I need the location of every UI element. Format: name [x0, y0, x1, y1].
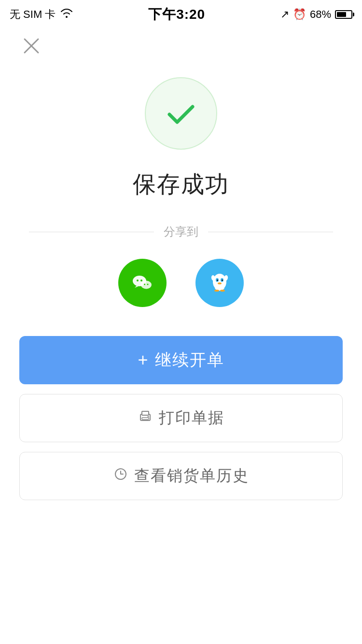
- svg-point-12: [217, 280, 218, 281]
- history-label: 查看销货单历史: [134, 465, 249, 487]
- history-button[interactable]: 查看销货单历史: [19, 452, 343, 500]
- share-icons-row: [118, 259, 244, 307]
- wechat-icon: [128, 268, 157, 297]
- print-icon: [138, 408, 153, 428]
- qq-share-button[interactable]: [195, 259, 244, 307]
- divider-line-right: [208, 232, 333, 232]
- svg-point-23: [148, 416, 149, 418]
- share-divider: 分享到: [0, 224, 362, 239]
- share-label: 分享到: [154, 224, 208, 239]
- print-button[interactable]: 打印单据: [19, 394, 343, 442]
- plus-icon: +: [138, 350, 149, 370]
- status-right: ↗ ⏰ 68%: [280, 8, 352, 21]
- status-bar: 无 SIM 卡 下午3:20 ↗ ⏰ 68%: [0, 0, 362, 29]
- action-buttons: + 继续开单 打印单据 查看销货单历史: [0, 336, 362, 500]
- svg-point-17: [220, 290, 225, 292]
- svg-rect-21: [142, 411, 149, 415]
- wechat-share-button[interactable]: [118, 259, 167, 307]
- svg-point-14: [218, 282, 222, 284]
- no-sim-text: 无 SIM 卡: [10, 7, 56, 22]
- main-content: 保存成功 分享到: [0, 29, 362, 500]
- success-title: 保存成功: [133, 169, 229, 200]
- print-label: 打印单据: [159, 407, 224, 429]
- divider-line-left: [29, 232, 154, 232]
- status-left: 无 SIM 卡: [10, 7, 73, 22]
- svg-point-5: [140, 280, 142, 281]
- success-icon-circle: [145, 77, 217, 150]
- wifi-icon: [60, 8, 73, 21]
- svg-point-13: [222, 280, 223, 281]
- battery-text: 68%: [310, 8, 331, 21]
- alarm-icon: ⏰: [293, 8, 306, 21]
- checkmark-icon: [162, 94, 200, 133]
- continue-label: 继续开单: [155, 349, 224, 371]
- history-icon: [113, 466, 128, 486]
- close-button[interactable]: [19, 34, 43, 58]
- svg-point-4: [137, 280, 139, 281]
- status-time: 下午3:20: [148, 5, 205, 24]
- svg-point-3: [141, 281, 152, 289]
- svg-point-16: [214, 290, 219, 292]
- location-icon: ↗: [280, 8, 289, 21]
- svg-rect-22: [142, 418, 149, 420]
- svg-point-7: [147, 284, 149, 285]
- continue-button[interactable]: + 继续开单: [19, 336, 343, 384]
- qq-icon: [205, 268, 234, 297]
- battery-fill: [337, 12, 346, 17]
- battery-bar: [335, 10, 352, 19]
- svg-point-6: [144, 284, 145, 285]
